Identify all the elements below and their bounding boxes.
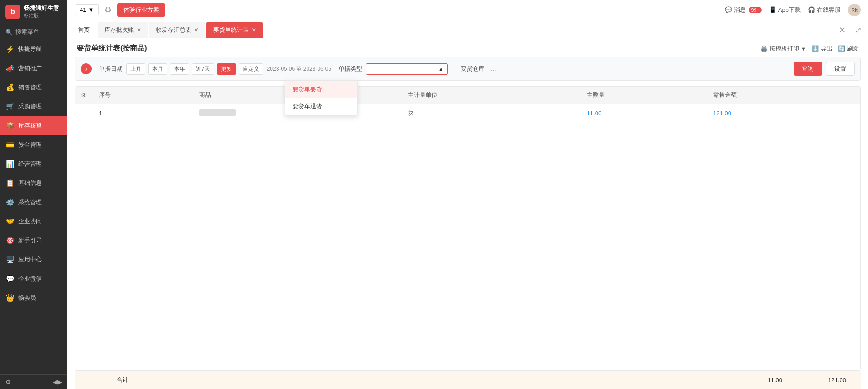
tabs-bar: 首页 库存批次账 ✕ 收发存汇总表 ✕ 要货单统计表 ✕ ✕ ⤢ [67, 20, 868, 38]
member-icon: 👑 [5, 293, 15, 302]
warehouse-more-btn[interactable]: … [490, 65, 497, 73]
tab-close-order-stats[interactable]: ✕ [252, 27, 256, 33]
enterprise-icon: 🤝 [5, 217, 15, 226]
refresh-icon: 🔄 [838, 45, 845, 52]
online-service-btn[interactable]: 🎧 在线客服 [808, 6, 841, 14]
cell-settings [75, 104, 93, 122]
type-filter-group: 单据类型 ▲ [339, 63, 448, 75]
date-btn-this-year[interactable]: 本年 [170, 63, 189, 75]
amount-link[interactable]: 121.00 [713, 110, 731, 117]
store-chevron-icon: ▼ [88, 6, 94, 13]
tab-close-inventory-batch[interactable]: ✕ [137, 27, 141, 33]
settings-icon[interactable]: ⚙ [5, 379, 11, 385]
page-content: 要货单统计表(按商品) 🖨️ 按模板打印 ▼ ⬇️ 导出 🔄 刷新 › [67, 38, 868, 389]
warehouse-filter-group: 要货仓库 … [461, 65, 497, 73]
sidebar-item-purchase[interactable]: 🛒 采购管理 [0, 97, 67, 116]
sidebar-item-member[interactable]: 👑 畅会员 [0, 288, 67, 307]
table-body: 1 块 11.00 121.00 [75, 104, 860, 122]
table-header: ⚙ 序号 商品 主计量单位 主数量 [75, 87, 860, 104]
download-icon: 📱 [769, 6, 776, 13]
date-filter-group: 单据日期 上月 本月 本年 近7天 更多 自定义 2023-05-06 至 20… [99, 63, 331, 75]
footer-quantity: 11.00 [746, 377, 782, 384]
sidebar-item-quick-nav[interactable]: ⚡ 快捷导航 [0, 40, 67, 59]
date-btn-custom[interactable]: 自定义 [239, 63, 263, 75]
sidebar-nav: ⚡ 快捷导航 📣 营销推广 💰 销售管理 🛒 采购管理 📦 库存核算 💳 资金管… [0, 40, 67, 374]
collapse-icon[interactable]: ◀▶ [53, 379, 62, 385]
col-quantity: 主数量 [581, 87, 708, 104]
dropdown-item-return[interactable]: 要货单退货 [285, 98, 357, 115]
tab-order-stats[interactable]: 要货单统计表 ✕ [206, 22, 263, 38]
filter-bar: › 单据日期 上月 本月 本年 近7天 更多 自定义 2023-05-06 至 … [75, 57, 861, 81]
sidebar-logo: b 畅捷通好生意 标准版 [0, 0, 67, 24]
cell-unit: 块 [402, 104, 581, 122]
system-icon: ⚙️ [5, 198, 15, 207]
cell-amount: 121.00 [708, 104, 860, 122]
footer-amount: 121.00 [801, 377, 846, 384]
col-amount: 零售金额 [708, 87, 860, 104]
settings-gear-icon[interactable]: ⚙ [104, 5, 112, 15]
search-menu[interactable]: 🔍 搜索菜单 [0, 24, 67, 40]
export-btn[interactable]: ⬇️ 导出 [812, 45, 832, 53]
print-chevron-icon: ▼ [801, 46, 806, 51]
sidebar-item-guide[interactable]: 🎯 新手引导 [0, 231, 67, 250]
filter-expand-btn[interactable]: › [81, 63, 92, 74]
tab-expand-btn[interactable]: ⤢ [852, 24, 864, 36]
topbar-left: 41 ▼ ⚙ 体验行业方案 [75, 3, 165, 17]
type-select-chevron-icon: ▲ [438, 66, 444, 72]
data-table: ⚙ 序号 商品 主计量单位 主数量 [75, 87, 860, 122]
date-btn-7days[interactable]: 近7天 [192, 63, 214, 75]
tab-close-all-btn[interactable]: ✕ [836, 24, 848, 36]
col-unit: 主计量单位 [402, 87, 581, 104]
type-select[interactable]: ▲ [366, 63, 448, 75]
sidebar-item-operation[interactable]: 📊 经营管理 [0, 154, 67, 174]
avatar[interactable]: Rit [848, 4, 861, 16]
message-icon: 💬 [725, 6, 732, 13]
topbar: 41 ▼ ⚙ 体验行业方案 💬 消息 99+ 📱 App下载 🎧 在线客服 Ri… [67, 0, 868, 20]
topbar-right: 💬 消息 99+ 📱 App下载 🎧 在线客服 Rit [725, 4, 861, 16]
sidebar-item-system[interactable]: ⚙️ 系统管理 [0, 193, 67, 212]
sidebar-item-finance[interactable]: 💳 资金管理 [0, 135, 67, 154]
date-btn-last-month[interactable]: 上月 [126, 63, 145, 75]
sidebar-item-inventory[interactable]: 📦 库存核算 [0, 116, 67, 135]
page-title: 要货单统计表(按商品) [77, 44, 147, 53]
date-range-display: 2023-05-06 至 2023-06-06 [267, 65, 331, 73]
sidebar-item-wechat[interactable]: 💬 企业微信 [0, 269, 67, 288]
sales-icon: 💰 [5, 83, 15, 92]
print-btn[interactable]: 🖨️ 按模板打印 ▼ [760, 45, 806, 53]
inventory-icon: 📦 [5, 121, 15, 130]
store-selector[interactable]: 41 ▼ [75, 4, 99, 15]
quantity-link[interactable]: 11.00 [587, 110, 602, 117]
settings-col-icon: ⚙ [81, 92, 86, 99]
page-actions: 🖨️ 按模板打印 ▼ ⬇️ 导出 🔄 刷新 [760, 45, 859, 53]
sidebar-item-basic[interactable]: 📋 基础信息 [0, 174, 67, 193]
sidebar-item-sales[interactable]: 💰 销售管理 [0, 78, 67, 97]
app-logo-icon: b [5, 5, 20, 19]
filter-action-btns: 查询 设置 [794, 62, 855, 76]
basic-icon: 📋 [5, 179, 15, 188]
query-btn[interactable]: 查询 [794, 62, 822, 76]
wechat-icon: 💬 [5, 274, 15, 283]
date-btn-more[interactable]: 更多 [217, 63, 236, 75]
quick-nav-icon: ⚡ [5, 45, 15, 54]
filter-settings-btn[interactable]: 设置 [826, 62, 855, 76]
col-settings[interactable]: ⚙ [75, 87, 93, 104]
dropdown-item-requisition[interactable]: 要货单要货 [285, 81, 357, 98]
app-download-btn[interactable]: 📱 App下载 [769, 6, 801, 14]
tab-inventory-batch[interactable]: 库存批次账 ✕ [98, 22, 148, 38]
service-icon: 🎧 [808, 6, 815, 13]
tab-collect-summary[interactable]: 收发存汇总表 ✕ [149, 22, 205, 38]
tab-home[interactable]: 首页 [71, 22, 97, 38]
sidebar-item-app-center[interactable]: 🖥️ 应用中心 [0, 250, 67, 269]
industry-btn[interactable]: 体验行业方案 [117, 3, 165, 17]
sidebar-item-enterprise[interactable]: 🤝 企业协同 [0, 212, 67, 231]
date-btn-this-month[interactable]: 本月 [148, 63, 167, 75]
refresh-btn[interactable]: 🔄 刷新 [838, 45, 859, 53]
tab-close-collect-summary[interactable]: ✕ [194, 27, 199, 33]
messages-btn[interactable]: 💬 消息 99+ [725, 6, 762, 14]
date-quick-btns: 上月 本月 本年 近7天 更多 自定义 [126, 63, 263, 75]
type-dropdown: 要货单要货 要货单退货 [285, 80, 358, 116]
sidebar-item-marketing[interactable]: 📣 营销推广 [0, 59, 67, 78]
finance-icon: 💳 [5, 140, 15, 149]
marketing-icon: 📣 [5, 64, 15, 73]
footer-label: 合计 [117, 376, 128, 384]
